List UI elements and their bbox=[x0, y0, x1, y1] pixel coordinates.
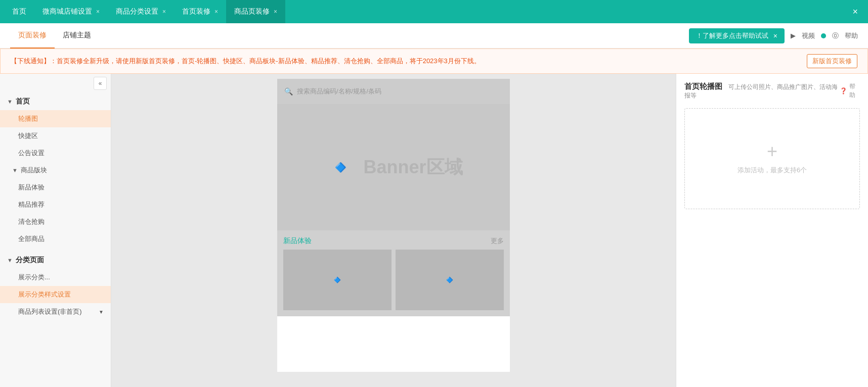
nav-tab-category-label: 商品分类设置 bbox=[116, 7, 158, 16]
left-sidebar: « ▼ 首页 轮播图 快捷区 公告设置 ▼ 商品版块 新品体验 精品推荐 清仓抢… bbox=[0, 74, 111, 387]
sidebar-item-show-category[interactable]: 展示分类... bbox=[0, 269, 111, 286]
sidebar-item-all-products[interactable]: 全部商品 bbox=[0, 230, 111, 248]
section-header: 新品体验 更多 bbox=[283, 236, 504, 246]
section-title: 新品体验 bbox=[283, 236, 312, 246]
nav-tab-store-settings[interactable]: 微商城店铺设置 × bbox=[34, 0, 108, 23]
sidebar-item-product-list[interactable]: 商品列表设置(非首页) ▼ bbox=[0, 303, 111, 320]
add-activity-area[interactable]: + 添加活动，最多支持6个 bbox=[684, 108, 860, 209]
banner-content: 🔹 Banner区域 bbox=[324, 152, 462, 183]
tab-page-decor[interactable]: 页面装修 bbox=[10, 23, 55, 49]
video-label[interactable]: 视频 bbox=[802, 31, 815, 40]
sidebar-item-announcement-label: 公告设置 bbox=[18, 149, 45, 157]
sidebar-group-category[interactable]: ▼ 分类页面 bbox=[0, 252, 111, 269]
help-banner[interactable]: ！了解更多点击帮助试试 × bbox=[689, 28, 785, 43]
sidebar-group-home-label: 首页 bbox=[16, 97, 30, 106]
preview-banner: 🔹 Banner区域 bbox=[277, 104, 510, 230]
notice-bar: 【下线通知】：首页装修全新升级，请使用新版首页装修，首页-轮播图、快捷区、商品板… bbox=[0, 49, 868, 74]
arrow-down-icon: ▼ bbox=[12, 167, 18, 173]
banner-text-label: Banner区域 bbox=[363, 155, 462, 180]
sub-nav: 页面装修 店铺主题 ！了解更多点击帮助试试 × ▶ 视频 ⓪ 帮助 bbox=[0, 23, 868, 49]
top-nav: 首页 微商城店铺设置 × 商品分类设置 × 首页装修 × 商品页装修 × × bbox=[0, 0, 868, 23]
collapse-icon: « bbox=[99, 80, 102, 87]
preview-search-bar: 🔍 搜索商品编码/名称/规格/条码 bbox=[277, 79, 510, 104]
section-more-link[interactable]: 更多 bbox=[491, 236, 504, 246]
window-close-button[interactable]: × bbox=[846, 7, 864, 17]
search-placeholder: 搜索商品编码/名称/规格/条码 bbox=[297, 87, 381, 96]
sidebar-group-category-label: 分类页面 bbox=[16, 256, 44, 265]
nav-tab-home-decor[interactable]: 首页装修 × bbox=[174, 0, 226, 23]
sidebar-item-carousel[interactable]: 轮播图 bbox=[0, 110, 111, 127]
nav-tab-category-settings[interactable]: 商品分类设置 × bbox=[108, 0, 174, 23]
help-banner-text: ！了解更多点击帮助试试 bbox=[696, 31, 768, 40]
chevron-down-icon: ▼ bbox=[99, 309, 104, 315]
status-dot bbox=[821, 33, 826, 38]
help-banner-close[interactable]: × bbox=[773, 32, 777, 40]
notice-text: 【下线通知】：首页装修全新升级，请使用新版首页装修，首页-轮播图、快捷区、商品板… bbox=[11, 57, 481, 66]
center-preview: 🔍 搜索商品编码/名称/规格/条码 🔹 Banner区域 新品体验 更多 🔹 bbox=[111, 74, 676, 387]
sidebar-item-carousel-label: 轮播图 bbox=[18, 115, 38, 122]
help-label[interactable]: 帮助 bbox=[845, 31, 858, 40]
arrow-down-icon: ▼ bbox=[7, 99, 13, 105]
right-panel: 首页轮播图 可上传公司照片、商品推广图片、活动海报等 ❓ 帮助 + 添加活动，最… bbox=[676, 74, 868, 387]
right-panel-title: 首页轮播图 bbox=[684, 82, 722, 90]
new-version-button[interactable]: 新版首页装修 bbox=[807, 54, 857, 68]
product-placeholder-2: 🔹 bbox=[396, 250, 504, 310]
video-icon: ▶ bbox=[791, 32, 796, 39]
nav-tab-product-decor-label: 商品页装修 bbox=[234, 7, 270, 16]
nav-tab-home[interactable]: 首页 bbox=[4, 0, 34, 23]
product-icon-1: 🔹 bbox=[327, 270, 348, 289]
sidebar-item-shortcut-label: 快捷区 bbox=[18, 132, 38, 139]
nav-tab-category-close[interactable]: × bbox=[162, 8, 166, 15]
product-placeholder-1: 🔹 bbox=[283, 250, 392, 310]
nav-tab-product-decor-close[interactable]: × bbox=[274, 8, 277, 15]
preview-phone: 🔍 搜索商品编码/名称/规格/条码 🔹 Banner区域 新品体验 更多 🔹 bbox=[277, 79, 510, 372]
preview-products-section: 新品体验 更多 🔹 🔹 bbox=[277, 230, 510, 316]
nav-tab-home-decor-close[interactable]: × bbox=[214, 8, 218, 15]
sidebar-group-home[interactable]: ▼ 首页 bbox=[0, 93, 111, 110]
add-activity-label: 添加活动，最多支持6个 bbox=[737, 166, 807, 175]
nav-tab-home-decor-label: 首页装修 bbox=[182, 7, 210, 16]
plus-icon: + bbox=[767, 142, 777, 161]
sidebar-subgroup-products[interactable]: ▼ 商品版块 bbox=[0, 162, 111, 179]
nav-tab-store-settings-close[interactable]: × bbox=[96, 8, 100, 15]
sidebar-item-shortcut[interactable]: 快捷区 bbox=[0, 127, 111, 144]
product-icon-2: 🔹 bbox=[440, 270, 460, 289]
nav-tab-store-settings-label: 微商城店铺设置 bbox=[42, 7, 92, 16]
right-panel-title-area: 首页轮播图 可上传公司照片、商品推广图片、活动海报等 bbox=[684, 82, 840, 100]
sidebar-item-category-style[interactable]: 展示分类样式设置 bbox=[0, 286, 111, 303]
tab-page-decor-label: 页面装修 bbox=[18, 31, 47, 40]
collapse-button-area: « bbox=[0, 74, 111, 93]
sidebar-subgroup-products-label: 商品版块 bbox=[21, 166, 47, 175]
tab-store-theme-label: 店铺主题 bbox=[63, 31, 91, 40]
sidebar-item-clearance[interactable]: 清仓抢购 bbox=[0, 213, 111, 230]
right-panel-header: 首页轮播图 可上传公司照片、商品推广图片、活动海报等 ❓ 帮助 bbox=[684, 82, 860, 100]
collapse-button[interactable]: « bbox=[94, 77, 107, 90]
help-icon: ⓪ bbox=[832, 31, 839, 40]
question-icon: ❓ bbox=[840, 87, 847, 94]
nav-tab-home-label: 首页 bbox=[12, 7, 26, 16]
tab-store-theme[interactable]: 店铺主题 bbox=[55, 23, 99, 49]
sidebar-item-new-experience[interactable]: 新品体验 bbox=[0, 179, 111, 196]
sidebar-item-announcement[interactable]: 公告设置 bbox=[0, 144, 111, 162]
search-icon: 🔍 bbox=[284, 87, 293, 95]
section-products-grid: 🔹 🔹 bbox=[283, 250, 504, 310]
banner-logo-icon: 🔹 bbox=[324, 152, 357, 183]
main-layout: « ▼ 首页 轮播图 快捷区 公告设置 ▼ 商品版块 新品体验 精品推荐 清仓抢… bbox=[0, 74, 868, 387]
nav-tab-product-decor[interactable]: 商品页装修 × bbox=[226, 0, 285, 23]
help-right-area: ▶ 视频 ⓪ 帮助 bbox=[791, 31, 858, 40]
right-panel-help-label: 帮助 bbox=[849, 82, 860, 100]
sidebar-item-featured[interactable]: 精品推荐 bbox=[0, 196, 111, 213]
right-panel-help-button[interactable]: ❓ 帮助 bbox=[840, 82, 860, 100]
arrow-down-icon-2: ▼ bbox=[7, 257, 13, 263]
